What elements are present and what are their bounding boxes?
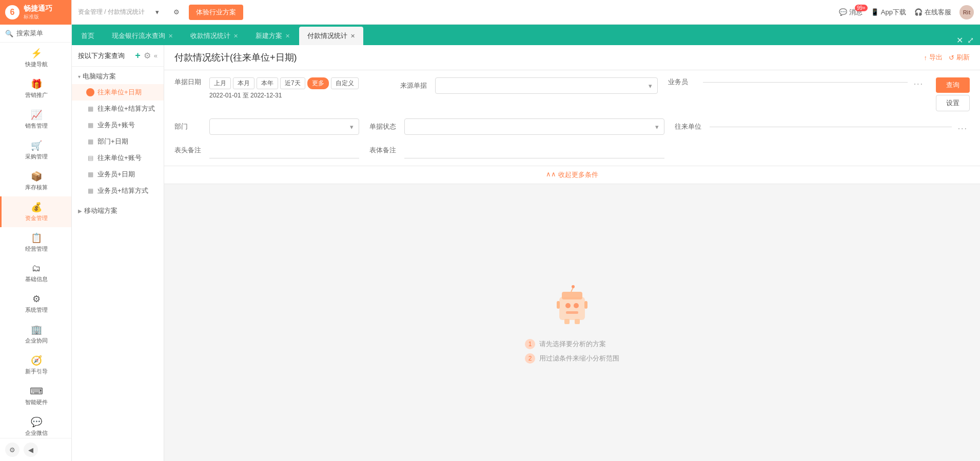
tab-home[interactable]: 首页 — [73, 27, 103, 45]
filter-row-1: 单据日期 上月 本月 本年 近7天 更多 自定义 2022-01-01 至 20… — [174, 77, 970, 111]
basics-icon: 🗂 — [32, 263, 41, 274]
date-btn-more[interactable]: 更多 — [307, 77, 329, 89]
source-control: ▾ — [435, 77, 658, 94]
tab-payment[interactable]: 付款情况统计 ✕ — [299, 27, 363, 45]
scheme-group-desktop-header[interactable]: ▾ 电脑端方案 — [72, 69, 164, 84]
scheme-item-staff-settle[interactable]: ▦ 业务员+结算方式 — [72, 183, 164, 199]
sidebar-item-inventory[interactable]: 📦 库存核算 — [0, 166, 71, 196]
avatar[interactable]: Rit — [959, 5, 974, 19]
docstatus-label: 单据状态 — [369, 122, 400, 131]
sidebar-item-operations[interactable]: 📋 经营管理 — [0, 227, 71, 258]
operations-icon: 📋 — [31, 232, 42, 244]
source-select[interactable]: ▾ — [435, 77, 658, 94]
sidebar-item-hardware[interactable]: ⌨ 智能硬件 — [0, 380, 71, 411]
scheme-settings-button[interactable]: ⚙ — [144, 51, 151, 61]
sidebar-item-label-sales: 销售管理 — [25, 122, 48, 130]
note-header-input[interactable] — [209, 142, 359, 158]
collapse-sidebar-button[interactable]: ◀ — [24, 443, 38, 457]
sidebar-item-system[interactable]: ⚙ 系统管理 — [0, 288, 71, 319]
inventory-icon: 📦 — [31, 171, 42, 182]
tab-receipts-close[interactable]: ✕ — [233, 33, 238, 39]
sidebar-item-purchase[interactable]: 🛒 采购管理 — [0, 135, 71, 166]
refresh-button[interactable]: ↺ 刷新 — [949, 53, 970, 62]
tab-cashflow[interactable]: 现金银行流水查询 ✕ — [104, 27, 181, 45]
docstatus-select[interactable]: ▾ — [404, 118, 664, 135]
query-button[interactable]: 查询 — [936, 77, 970, 93]
scheme-item-unit-date[interactable]: 往来单位+日期 — [72, 84, 164, 101]
settings-button-filter[interactable]: 设置 — [936, 95, 970, 111]
scheme-add-button[interactable]: + — [135, 50, 141, 61]
export-label: 导出 — [929, 53, 943, 62]
sidebar-item-label-finance: 资金管理 — [25, 214, 48, 222]
sidebar: 6 畅捷通巧 标准版 🔍 搜索菜单 ⚡ 快捷导航 🎁 营销推广 📈 销售管理 🛒… — [0, 0, 72, 461]
export-button[interactable]: ↑ 导出 — [924, 53, 943, 62]
sidebar-item-quick-nav[interactable]: ⚡ 快捷导航 — [0, 43, 71, 73]
tab-receipts[interactable]: 收款情况统计 ✕ — [182, 27, 246, 45]
desktop-group-arrow: ▾ — [78, 74, 81, 79]
empty-hint-1-text: 请先选择要分析的方案 — [539, 339, 606, 349]
scheme-item-unit-settle[interactable]: ▦ 往来单位+结算方式 — [72, 101, 164, 117]
note-body-input[interactable] — [404, 142, 664, 158]
sidebar-item-guide[interactable]: 🧭 新手引导 — [0, 350, 71, 380]
scheme-item-staff-account[interactable]: ▦ 业务员+账号 — [72, 117, 164, 133]
sidebar-item-marketing[interactable]: 🎁 营销推广 — [0, 73, 71, 104]
logo-icon: 6 — [5, 5, 19, 19]
message-badge: 99+ — [855, 5, 868, 11]
topbar-gear-button[interactable]: ⚙ — [169, 5, 184, 19]
tab-cashflow-label: 现金银行流水查询 — [112, 31, 165, 41]
date-btn-this-month[interactable]: 本月 — [233, 77, 254, 89]
svg-rect-6 — [584, 301, 587, 309]
sidebar-item-sales[interactable]: 📈 销售管理 — [0, 104, 71, 135]
scheme-group-mobile-header[interactable]: ▶ 移动端方案 — [72, 203, 164, 218]
tab-cashflow-close[interactable]: ✕ — [168, 33, 173, 39]
note-body-label: 表体备注 — [369, 146, 400, 155]
quick-nav-icon: ⚡ — [31, 48, 42, 59]
scheme-item-dept-date[interactable]: ▦ 部门+日期 — [72, 133, 164, 150]
date-btn-this-year[interactable]: 本年 — [257, 77, 278, 89]
scheme-item-staff-settle-icon: ▦ — [86, 187, 94, 195]
collapse-bar[interactable]: ∧∧ 收起更多条件 — [164, 166, 980, 184]
dept-select[interactable]: ▾ — [209, 118, 359, 135]
breadcrumb-dropdown[interactable]: ▾ — [150, 5, 164, 19]
partner-label: 往来单位 — [675, 122, 705, 131]
sidebar-item-weixin[interactable]: 💬 企业微信 — [0, 411, 71, 438]
scheme-panel-actions: + ⚙ « — [135, 50, 158, 61]
scheme-item-unit-account[interactable]: ▤ 往来单位+账号 — [72, 150, 164, 166]
scheme-panel-collapse-button[interactable]: « — [154, 52, 158, 59]
date-btn-7days[interactable]: 近7天 — [280, 77, 305, 89]
docstatus-control: ▾ — [404, 118, 664, 135]
sidebar-item-label-quick-nav: 快捷导航 — [25, 61, 48, 68]
partner-dots-button[interactable]: ... — [956, 122, 970, 131]
tab-new-scheme[interactable]: 新建方案 ✕ — [247, 27, 298, 45]
close-all-tabs-button[interactable]: ✕ — [956, 35, 963, 45]
date-btn-last-month[interactable]: 上月 — [209, 77, 231, 89]
maximize-button[interactable]: ⤢ — [967, 35, 974, 45]
sidebar-item-label-purchase: 采购管理 — [25, 153, 48, 161]
online-service-button[interactable]: 🎧 在线客服 — [914, 8, 951, 17]
sidebar-item-label-basics: 基础信息 — [25, 275, 48, 283]
topbar: 资金管理 / 付款情况统计 ▾ ⚙ 体验行业方案 💬 消息 99+ 📱 App下… — [72, 0, 980, 25]
empty-illustration — [546, 282, 598, 333]
staff-dots-button[interactable]: ... — [912, 77, 926, 87]
logo-sub: 标准版 — [24, 13, 52, 21]
scheme-item-unit-date-label: 往来单位+日期 — [97, 88, 142, 97]
tab-payment-close[interactable]: ✕ — [350, 33, 355, 39]
search-menu[interactable]: 🔍 搜索菜单 — [0, 25, 71, 43]
filter-row-3: 表头备注 表体备注 — [174, 142, 970, 158]
scheme-group-mobile: ▶ 移动端方案 — [72, 201, 164, 221]
date-btn-custom[interactable]: 自定义 — [331, 77, 359, 89]
sidebar-item-enterprise[interactable]: 🏢 企业协同 — [0, 319, 71, 350]
trial-button[interactable]: 体验行业方案 — [189, 5, 243, 20]
tab-new-scheme-close[interactable]: ✕ — [285, 33, 290, 39]
note-header-control — [209, 142, 359, 158]
scheme-item-staff-date[interactable]: ▦ 业务员+日期 — [72, 166, 164, 183]
sidebar-item-finance[interactable]: 💰 资金管理 — [0, 196, 71, 227]
settings-button[interactable]: ⚙ — [5, 443, 19, 457]
scheme-item-staff-account-icon: ▦ — [86, 121, 94, 129]
svg-rect-4 — [566, 311, 578, 314]
sidebar-item-basics[interactable]: 🗂 基础信息 — [0, 258, 71, 288]
app-download-button[interactable]: 📱 App下载 — [871, 8, 906, 17]
message-button[interactable]: 💬 消息 99+ — [839, 8, 863, 17]
search-menu-label: 搜索菜单 — [16, 29, 43, 38]
desktop-group-label: 电脑端方案 — [83, 72, 116, 81]
